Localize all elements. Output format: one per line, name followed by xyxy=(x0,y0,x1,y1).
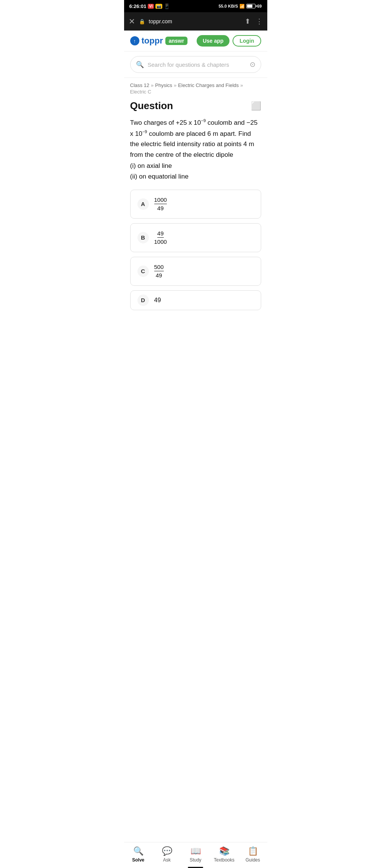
status-right: 55.0 KB/S 📶 69 xyxy=(219,4,262,9)
status-badge-yellow: 📷 xyxy=(155,4,162,9)
logo-area: ↑ toppr answr xyxy=(130,36,188,46)
option-c-label: C xyxy=(137,266,149,277)
fraction-a-den: 49 xyxy=(157,204,164,212)
battery-indicator xyxy=(246,4,255,8)
fraction-b: 49 1000 xyxy=(154,230,167,246)
breadcrumb-topic: Electric C xyxy=(130,89,152,95)
search-bar-wrapper: 🔍 Search for questions & chapters ⊙ xyxy=(124,52,267,78)
signal-indicator: 📶 xyxy=(239,4,245,9)
fraction-a: 1000 49 xyxy=(154,196,167,212)
option-d[interactable]: D 49 xyxy=(130,290,261,310)
option-d-label: D xyxy=(137,295,149,306)
network-speed: 55.0 KB/S xyxy=(219,4,238,8)
breadcrumb: Class 12 » Physics » Electric Charges an… xyxy=(124,78,267,96)
status-badge-vi: VI xyxy=(148,4,153,9)
status-time: 6:26:01 xyxy=(129,3,147,9)
lock-icon: 🔒 xyxy=(139,19,145,24)
option-b[interactable]: B 49 1000 xyxy=(130,223,261,252)
options-list: A 1000 49 B 49 1000 C xyxy=(130,190,261,315)
option-d-value: 49 xyxy=(154,297,161,304)
breadcrumb-sep-2: » xyxy=(174,82,176,88)
app-header: ↑ toppr answr Use app Login xyxy=(124,31,267,52)
battery-fill xyxy=(247,5,252,8)
option-b-label: B xyxy=(137,232,149,243)
answr-badge[interactable]: answr xyxy=(165,37,187,45)
fraction-a-num: 1000 xyxy=(154,196,167,205)
login-button[interactable]: Login xyxy=(233,35,261,47)
logo-text: toppr xyxy=(142,36,163,46)
breadcrumb-sep-1: » xyxy=(151,82,153,88)
battery-percent: 69 xyxy=(257,4,262,8)
browser-bar: ✕ 🔒 toppr.com ⬆ ⋮ xyxy=(124,12,267,31)
close-icon[interactable]: ✕ xyxy=(129,17,135,26)
fraction-b-den: 1000 xyxy=(154,238,167,246)
fraction-c: 500 49 xyxy=(154,263,164,279)
toppr-logo-icon: ↑ xyxy=(130,36,139,45)
breadcrumb-class[interactable]: Class 12 xyxy=(130,82,150,88)
fraction-c-num: 500 xyxy=(154,263,164,272)
status-icon: 📱 xyxy=(164,3,170,9)
breadcrumb-physics[interactable]: Physics xyxy=(155,82,172,88)
page-content: ↑ toppr answr Use app Login 🔍 Search for… xyxy=(124,31,267,345)
option-a[interactable]: A 1000 49 xyxy=(130,190,261,219)
browser-actions: ⬆ ⋮ xyxy=(245,17,263,26)
header-buttons: Use app Login xyxy=(197,35,261,47)
search-icon: 🔍 xyxy=(136,61,144,69)
share-icon[interactable]: ⬆ xyxy=(245,17,250,26)
option-d-text: 49 xyxy=(154,297,161,303)
status-left: 6:26:01 VI 📷 📱 xyxy=(129,3,170,9)
option-b-value: 49 1000 xyxy=(154,230,167,246)
option-c-value: 500 49 xyxy=(154,263,164,279)
fraction-c-den: 49 xyxy=(156,271,162,279)
camera-icon[interactable]: ⊙ xyxy=(250,60,255,69)
breadcrumb-chapter[interactable]: Electric Charges and Fields xyxy=(178,82,239,88)
search-placeholder[interactable]: Search for questions & chapters xyxy=(148,61,246,68)
breadcrumb-sep-3: » xyxy=(240,82,243,88)
more-icon[interactable]: ⋮ xyxy=(256,17,263,26)
fraction-b-num: 49 xyxy=(157,230,164,238)
option-a-value: 1000 49 xyxy=(154,196,167,212)
question-text: Two charges of +25 x 10−9 coulomb and −2… xyxy=(130,117,261,182)
question-title: Question xyxy=(130,100,173,112)
status-bar: 6:26:01 VI 📷 📱 55.0 KB/S 📶 69 xyxy=(124,0,267,12)
question-header: Question ⬜ xyxy=(130,100,261,112)
bookmark-icon[interactable]: ⬜ xyxy=(251,101,261,111)
content-area: Question ⬜ Two charges of +25 x 10−9 cou… xyxy=(124,96,267,315)
search-bar[interactable]: 🔍 Search for questions & chapters ⊙ xyxy=(130,56,261,73)
option-a-label: A xyxy=(137,198,149,210)
use-app-button[interactable]: Use app xyxy=(197,35,229,47)
browser-url[interactable]: toppr.com xyxy=(149,18,241,24)
option-c[interactable]: C 500 49 xyxy=(130,257,261,286)
